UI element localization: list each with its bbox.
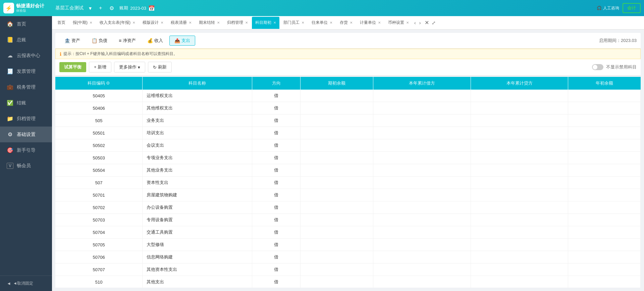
tab-tax[interactable]: 税表清册 ✕ (167, 17, 195, 29)
sub-tab-income[interactable]: 💰 收入 (142, 36, 168, 46)
table-row[interactable]: 50504 其他业务支出 借 (55, 164, 641, 177)
company-dropdown-btn[interactable]: ▾ (87, 4, 94, 12)
cell-name: 大型修缮 (143, 239, 252, 251)
sidebar-label-ledger: 总账 (17, 37, 26, 43)
tab-inventory[interactable]: 存货 ✕ (336, 17, 356, 29)
tab-close-all-btn[interactable]: ✕ (423, 19, 431, 27)
ledger-icon: 📒 (7, 37, 13, 43)
cell-name: 业务支出 (143, 114, 252, 127)
tab-close-period-end[interactable]: ✕ (217, 21, 220, 25)
cell-opening-balance (301, 114, 373, 127)
table-row[interactable]: 50701 房屋建筑物购建 借 (55, 189, 641, 201)
balance-btn[interactable]: 试算平衡 (59, 62, 86, 72)
tab-currency[interactable]: 币种设置 ✕ (385, 17, 412, 29)
table-row[interactable]: 50502 会议支出 借 (55, 139, 641, 152)
tab-close-unit[interactable]: ✕ (378, 21, 381, 25)
table-row[interactable]: 50406 其他维权支出 借 (55, 102, 641, 114)
table-row[interactable]: 505 业务支出 借 (55, 114, 641, 127)
sidebar-item-settings[interactable]: ⚙ 基础设置 (0, 127, 52, 142)
sub-tab-liability[interactable]: 📋 负债 (87, 36, 112, 46)
cell-opening-balance (301, 127, 373, 139)
tab-close-tax[interactable]: ✕ (189, 21, 192, 25)
sidebar-item-member[interactable]: V 畅会员 (0, 158, 52, 174)
cell-name: 运维维权支出 (143, 90, 252, 102)
cell-name: 会议支出 (143, 139, 252, 152)
sidebar-label-settings: 基础设置 (17, 132, 36, 138)
table-row[interactable]: 510 其他支出 借 (55, 276, 641, 288)
table-row[interactable]: 507 资本性支出 借 (55, 177, 641, 189)
tab-close-report-mid[interactable]: ✕ (90, 21, 92, 25)
sidebar-label-closing: 结账 (17, 100, 26, 106)
table-row[interactable]: 50405 运维维权支出 借 (55, 90, 641, 102)
calendar-icon[interactable]: 📅 (148, 5, 155, 11)
more-ops-btn[interactable]: 更多操作 ▾ (114, 62, 145, 72)
tab-close-currency[interactable]: ✕ (406, 21, 409, 25)
table-row[interactable]: 50702 办公设备购置 借 (55, 201, 641, 214)
tab-prev-btn[interactable]: ‹ (413, 19, 417, 27)
tab-subject-init[interactable]: 科目期初 ✕ (252, 17, 279, 29)
cell-ytd-debit (373, 177, 471, 189)
notice-icon: ℹ (60, 51, 61, 57)
tab-income-annual[interactable]: 收入支出表(年报) ✕ (96, 17, 139, 29)
tab-close-inventory[interactable]: ✕ (350, 21, 353, 25)
cell-ytd-credit (471, 177, 568, 189)
sidebar-item-guide[interactable]: 🎯 新手引导 (0, 142, 52, 158)
cell-year-opening (568, 201, 641, 214)
th-opening-balance: 期初余额 (301, 77, 373, 90)
sub-tab-asset[interactable]: 🏦 资产 (59, 36, 85, 46)
tab-close-contacts[interactable]: ✕ (330, 21, 332, 25)
sidebar-pin-toggle[interactable]: ◄ ◄取消固定 (0, 276, 52, 291)
table-row[interactable]: 50706 信息网络购建 借 (55, 251, 641, 263)
tab-expand-btn[interactable]: ⤢ (432, 20, 436, 26)
table-row[interactable]: 50707 其他资本性支出 借 (55, 263, 641, 276)
add-btn[interactable]: + 新增 (89, 62, 111, 72)
sidebar-label-guide: 新手引导 (17, 147, 36, 153)
tab-close-template[interactable]: ✕ (161, 21, 163, 25)
sidebar-item-invoice[interactable]: 🧾 发票管理 (0, 63, 52, 79)
settings-btn[interactable]: ⚙ (107, 4, 116, 12)
column-settings-icon[interactable]: ⚙ (106, 81, 110, 86)
app-logo-icon: ⚡ (3, 3, 14, 13)
service-btn[interactable]: 🎧 人工咨询 (597, 5, 619, 11)
cell-code: 50501 (55, 127, 143, 139)
tab-close-dept-staff[interactable]: ✕ (302, 21, 304, 25)
cell-dir: 借 (252, 152, 301, 164)
sidebar-item-archive[interactable]: 📁 归档管理 (0, 111, 52, 127)
more-dropdown-icon: ▾ (138, 65, 140, 70)
table-row[interactable]: 50703 专用设备购置 借 (55, 214, 641, 226)
tab-period-end[interactable]: 期末结转 ✕ (196, 17, 223, 29)
sidebar-item-home[interactable]: 🏠 首页 (0, 16, 52, 32)
tab-close-filing[interactable]: ✕ (245, 21, 248, 25)
cell-ytd-debit (373, 276, 471, 288)
tab-filing[interactable]: 归档管理 ✕ (224, 17, 251, 29)
tab-contacts[interactable]: 往来单位 ✕ (308, 17, 336, 29)
table-row[interactable]: 50503 专项业务支出 借 (55, 152, 641, 164)
disabled-toggle[interactable] (592, 64, 603, 70)
table-row[interactable]: 50704 交通工具购置 借 (55, 226, 641, 239)
tab-close-subject-init[interactable]: ✕ (273, 21, 276, 25)
cell-ytd-credit (471, 164, 568, 177)
sub-tab-net-asset[interactable]: ≡ 净资产 (114, 36, 141, 46)
refresh-btn[interactable]: ↻ 刷新 (148, 62, 172, 72)
cell-opening-balance (301, 239, 373, 251)
tab-close-income-annual[interactable]: ✕ (132, 21, 135, 25)
cell-year-opening (568, 114, 641, 127)
sidebar-item-reports[interactable]: ☁ 云报表中心 (0, 48, 52, 63)
sidebar-item-ledger[interactable]: 📒 总账 (0, 32, 52, 48)
table-row[interactable]: 50501 培训支出 借 (55, 127, 641, 139)
tab-template[interactable]: 模版设计 ✕ (139, 17, 167, 29)
sidebar-item-closing[interactable]: ✅ 结账 (0, 95, 52, 111)
table-row[interactable]: 50705 大型修缮 借 (55, 239, 641, 251)
cell-ytd-credit (471, 127, 568, 139)
tab-dept-staff[interactable]: 部门员工 ✕ (280, 17, 308, 29)
cell-code: 50504 (55, 164, 143, 177)
account-role-btn[interactable]: 会计 (623, 3, 641, 13)
sidebar-item-tax[interactable]: 💼 税务管理 (0, 79, 52, 95)
cell-year-opening (568, 251, 641, 263)
tab-next-btn[interactable]: › (418, 19, 422, 27)
tab-report-mid[interactable]: 报(中期) ✕ (69, 17, 96, 29)
tab-unit[interactable]: 计量单位 ✕ (357, 17, 384, 29)
add-company-btn[interactable]: + (97, 4, 104, 12)
tab-home[interactable]: 首页 (54, 17, 69, 29)
sub-tab-expenditure[interactable]: 📤 支出 (169, 36, 195, 46)
